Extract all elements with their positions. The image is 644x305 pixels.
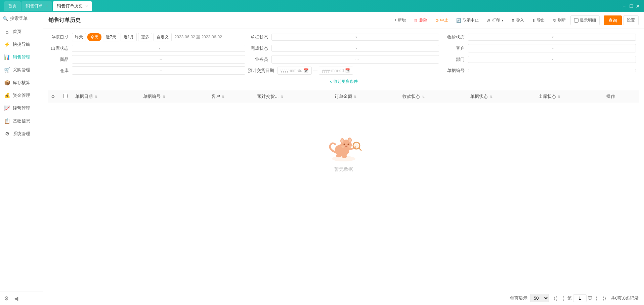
order-number-input[interactable] — [468, 69, 636, 72]
page-size-select[interactable]: 50 10 20 100 — [530, 294, 549, 302]
date-btn-today[interactable]: 今天 — [87, 33, 101, 41]
product-input[interactable]: ··· — [72, 55, 245, 64]
minimize-button[interactable]: － — [621, 3, 627, 10]
sidebar-search[interactable]: 🔍 搜索菜单 — [0, 12, 43, 25]
sidebar-item-finance[interactable]: 💰 资金管理 — [0, 89, 43, 102]
refresh-button[interactable]: ↻ 刷新 — [550, 16, 569, 25]
salesperson-input[interactable]: ··· — [271, 55, 439, 64]
empty-state-row: 暂无数据 — [48, 103, 639, 200]
th-number[interactable]: 单据编号 ⇅ — [140, 90, 208, 103]
calendar-end-icon: 📅 — [345, 68, 350, 73]
display-detail-toggle[interactable]: 显示明细 — [570, 15, 600, 25]
export-button[interactable]: ⬇ 导出 — [529, 16, 548, 25]
th-warehouse-status[interactable]: 出库状态 ⇅ — [536, 90, 604, 103]
import-button[interactable]: ⬆ 导入 — [508, 16, 527, 25]
th-order-status-sort-icon: ⇅ — [490, 95, 492, 99]
empty-state: 暂无数据 — [48, 103, 639, 199]
sidebar-item-quick-nav[interactable]: ⚡ 快捷导航 — [0, 38, 43, 51]
payment-status-select[interactable]: ▾ — [468, 34, 636, 41]
first-page-button[interactable]: ⟨⟨ — [552, 295, 559, 302]
top-bar: 首页 销售订单 ✕ 销售订单历史 ✕ － □ ✕ — [0, 0, 644, 12]
sidebar-item-sales[interactable]: 📊 销售管理 — [0, 51, 43, 64]
date-btn-more[interactable]: 更多 — [138, 33, 152, 41]
sidebar-item-purchase[interactable]: 🛒 采购管理 — [0, 64, 43, 76]
sidebar-item-home[interactable]: ⌂ 首页 — [0, 25, 43, 38]
delivery-date-end-value: yyyy-mm-dd — [322, 68, 344, 73]
th-delivery[interactable]: 预计交货... ⇅ — [255, 90, 332, 103]
select-all-checkbox[interactable] — [63, 94, 68, 98]
filter-warehouse-item: 仓库 ··· — [48, 66, 245, 75]
tab-list: 首页 销售订单 ✕ 销售订单历史 ✕ — [4, 0, 92, 12]
filter-delivery-date-item: 预计交货日期 yyyy-mm-dd 📅 — yyyy-mm-dd 📅 — [245, 67, 442, 75]
page-number-input[interactable] — [573, 294, 587, 302]
data-table: ⚙ 单据日期 ⇅ 单据编号 ⇅ — [48, 90, 639, 199]
table-header: ⚙ 单据日期 ⇅ 单据编号 ⇅ — [48, 90, 639, 103]
cancel-stop-icon: 🔄 — [456, 18, 461, 23]
tab-home-label: 首页 — [8, 3, 17, 9]
th-date[interactable]: 单据日期 ⇅ — [73, 90, 140, 103]
th-warehouse-status-label: 出库状态 — [539, 94, 556, 99]
delivery-date-range: yyyy-mm-dd 📅 — yyyy-mm-dd 📅 — [277, 67, 439, 75]
home-icon: ⌂ — [4, 29, 10, 35]
tab-sales-order-history[interactable]: 销售订单历史 ✕ — [53, 1, 92, 11]
sidebar-settings-icon[interactable]: ⚙ — [4, 295, 9, 302]
filter-salesperson-item: 业务员 ··· — [245, 55, 442, 64]
prev-page-button[interactable]: ⟨ — [560, 295, 566, 302]
filter-payment-status-item: 收款状态 ▾ — [442, 34, 639, 41]
filter-row-3: 商品 ··· 业务员 ··· 部门 — [48, 55, 639, 64]
tab-sales-order[interactable]: 销售订单 ✕ — [22, 1, 52, 11]
warehouse-status-select[interactable]: ▾ — [72, 45, 245, 52]
delivery-date-end-input[interactable]: yyyy-mm-dd 📅 — [319, 67, 353, 75]
date-btn-yesterday[interactable]: 昨天 — [72, 33, 86, 41]
order-status-select[interactable]: ▾ — [271, 34, 439, 41]
sidebar-collapse-icon[interactable]: ◀ — [14, 295, 18, 302]
collapse-button[interactable]: ∧ 收起更多条件 — [48, 77, 639, 86]
sidebar-item-inventory[interactable]: 📦 库存核算 — [0, 76, 43, 89]
query-button[interactable]: 查询 — [604, 15, 622, 25]
order-status-arrow-icon: ▾ — [355, 35, 436, 39]
th-delivery-sort-icon: ⇅ — [281, 95, 283, 99]
th-customer[interactable]: 客户 ⇅ — [209, 90, 255, 103]
delivery-date-start-input[interactable]: yyyy-mm-dd 📅 — [277, 67, 312, 75]
customer-input[interactable]: ··· — [468, 44, 636, 52]
warehouse-input[interactable]: ··· — [72, 66, 245, 75]
sidebar-item-basic[interactable]: 📋 基础信息 — [0, 115, 43, 127]
next-page-button[interactable]: ⟩ — [594, 295, 599, 302]
print-button[interactable]: 🖨 打印 ▾ — [483, 16, 507, 25]
warehouse-label: 仓库 — [48, 68, 72, 74]
tab-sales-order-close[interactable]: ✕ — [45, 4, 48, 8]
complete-status-select[interactable]: ▾ — [271, 45, 439, 52]
last-page-button[interactable]: ⟩⟩ — [601, 295, 608, 302]
delete-button[interactable]: 🗑 删除 — [411, 16, 431, 25]
sidebar-item-operations[interactable]: 📈 经营管理 — [0, 102, 43, 115]
stop-button[interactable]: ⊘ 中止 — [432, 16, 452, 25]
sidebar-item-operations-label: 经营管理 — [13, 105, 30, 111]
import-icon: ⬆ — [511, 18, 515, 23]
cancel-stop-button[interactable]: 🔄 取消中止 — [453, 16, 482, 25]
page-suffix: 页 — [588, 295, 592, 301]
sidebar-item-quick-nav-label: 快捷导航 — [13, 41, 30, 47]
collapse-up-icon: ∧ — [329, 79, 332, 84]
delivery-date-label: 预计交货日期 — [248, 68, 277, 74]
filter-section: 单据日期 昨天 今天 近7天 近1月 更多 自定义 2023-06-02 至 2… — [43, 29, 644, 90]
close-window-button[interactable]: ✕ — [636, 3, 640, 9]
th-checkbox[interactable] — [60, 90, 73, 103]
tab-home[interactable]: 首页 — [4, 1, 21, 11]
tab-sales-order-history-close[interactable]: ✕ — [85, 4, 88, 8]
new-button[interactable]: + 新增 — [391, 16, 409, 25]
th-order-status[interactable]: 单据状态 ⇅ — [468, 90, 535, 103]
th-date-label: 单据日期 — [75, 94, 93, 99]
th-payment[interactable]: 收款状态 ⇅ — [400, 90, 468, 103]
maximize-button[interactable]: □ — [630, 3, 633, 9]
sidebar-item-system[interactable]: ⚙ 系统管理 — [0, 127, 43, 140]
date-btn-1month[interactable]: 近1月 — [121, 33, 137, 41]
date-btn-custom[interactable]: 自定义 — [154, 33, 172, 41]
export-label: 导出 — [537, 17, 545, 23]
settings-button[interactable]: 设置 — [623, 15, 639, 25]
th-gear[interactable]: ⚙ — [48, 90, 60, 103]
date-btn-7days[interactable]: 近7天 — [103, 33, 119, 41]
svg-point-17 — [336, 154, 341, 157]
th-amount[interactable]: 订单金额 ⇅ — [332, 90, 400, 103]
department-select[interactable]: ▾ — [468, 56, 636, 63]
display-detail-checkbox[interactable] — [574, 18, 578, 23]
